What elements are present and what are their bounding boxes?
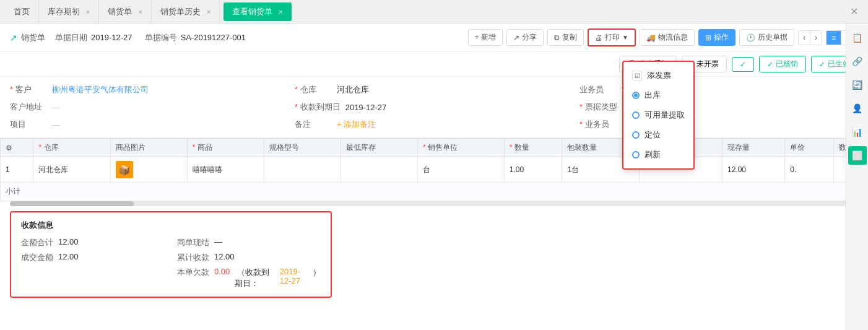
remark-add-button[interactable]: + 添加备注 [337,119,376,130]
dropdown-add-invoice[interactable]: ☑ 添发票 [623,66,693,85]
main-content: ↗ 销货单 单据日期 2019-12-27 单据编号 SA-20191227-0… [0,24,868,330]
confirm-button[interactable]: ✓ [732,57,754,72]
staff2-label: 业务员 [579,119,617,130]
radio-refresh-icon [632,151,640,158]
tab-inventory-close[interactable]: × [86,8,90,15]
transaction-amount-label: 成交金额 [21,252,53,263]
project-value: — [52,120,60,129]
row-image: 📦 [110,157,187,183]
due-note: （收款到期日： [235,267,274,289]
subtotal-row: 小计 [1,183,868,201]
view-list-button[interactable]: ≡ [827,31,841,45]
transaction-amount-value: 12.00 [58,252,79,263]
scroll-thumb[interactable] [10,201,134,206]
doc-meta: 单据日期 2019-12-27 单据编号 SA-20191227-001 [55,32,458,43]
sold-button[interactable]: ✓ 已核销 [759,56,806,72]
logistics-button[interactable]: 🚚 物流信息 [640,29,695,46]
col-min-stock: 最低库存 [341,139,418,157]
due-note-close: ） [313,267,321,289]
print-button[interactable]: 🖨 打印 ▼ [588,28,636,46]
ticket-type-field: 票据类型 不开票 [579,102,858,113]
checkbox-icon: ☑ [632,71,642,80]
radio-locate-icon [632,131,640,139]
payment-grid: 金额合计 12.00 成交金额 12.00 同单现结 — 累计收款 12.00 [21,237,321,289]
sidebar-expand-icon[interactable]: ⬜ [848,146,867,165]
cumulative-label: 累计收款 [177,252,209,263]
product-thumbnail: 📦 [116,161,133,178]
tab-history-close[interactable]: × [207,8,210,15]
customer-field: 客户 柳州粤港平安气体有限公司 [10,84,289,95]
toolbar: + 新增 ↗ 分享 ⧉ 复制 🖨 打印 ▼ 🚚 物流信息 ⊞ 操作 [468,28,858,46]
tab-view-label: 查看销货单 [232,6,272,17]
col-image: 商品图片 [110,139,187,157]
payment-title: 收款信息 [21,220,321,231]
dropdown-outbound[interactable]: 出库 [623,85,693,105]
table-header-row: ⚙ 仓库 商品图片 商品 规格型号 最低库存 销售单位 数量 包装数量 可用量 … [1,139,868,157]
customer-value[interactable]: 柳州粤港平安气体有限公司 [52,84,149,95]
sold-label: 已核销 [776,59,798,69]
sidebar-doc-icon[interactable]: 📋 [848,28,867,47]
total-amount-row: 金额合计 12.00 [21,237,165,248]
doc-number-label: 单据编号 [145,32,177,43]
logistics-label: 物流信息 [658,32,688,43]
project-field: 项目 — [10,119,289,130]
col-spec: 规格型号 [264,139,341,157]
dropdown-refresh[interactable]: 刷新 [623,145,693,165]
items-table: ⚙ 仓库 商品图片 商品 规格型号 最低库存 销售单位 数量 包装数量 可用量 … [0,138,868,201]
project-label: 项目 [10,119,47,130]
dropdown-locate[interactable]: 定位 [623,125,693,145]
radio-unselected-icon [632,111,640,119]
payment-date-value: 2019-12-27 [345,103,387,112]
copy-button[interactable]: ⧉ 复制 [547,29,584,46]
payment-date-field: 收款到期日 2019-12-27 [295,102,573,113]
outbound-label: 出库 [644,90,661,101]
sidebar-refresh-icon[interactable]: 🔄 [848,76,867,94]
col-settings[interactable]: ⚙ [1,139,33,157]
same-order-label: 同单现结 [177,237,209,248]
payment-col-right: 同单现结 — 累计收款 12.00 本单欠款 0.00 （收款到期日： 2019… [177,237,321,289]
prev-button[interactable]: ‹ [799,31,810,45]
refresh-label: 刷新 [644,149,661,160]
operate-button[interactable]: ⊞ 操作 [698,29,736,46]
tab-sales-close[interactable]: × [138,8,142,15]
table-scrollbar[interactable] [10,201,858,206]
table-row: 1 河北仓库 📦 嘻嘻嘻嘻 台 1.00 1台 12.00 0. [1,157,868,183]
history-icon: 🕐 [746,33,755,42]
tab-sales-order[interactable]: 销货单 × [99,0,151,24]
add-invoice-label: 添发票 [647,70,671,81]
total-amount-value: 12.00 [58,237,79,248]
tab-history-label: 销货单历史 [160,6,201,17]
payment-col-left: 金额合计 12.00 成交金额 12.00 [21,237,165,289]
history-button[interactable]: 🕐 历史单据 [739,29,794,46]
tab-inventory-init[interactable]: 库存期初 × [39,0,99,24]
window-close-button[interactable]: ✕ [845,3,863,20]
ticket-type-label: 票据类型 [579,102,617,113]
sidebar-right: 📋 🔗 🔄 👤 📊 ⬜ [846,24,868,330]
due-amount-value: 0.00 [214,267,230,289]
row-num: 1 [1,157,33,183]
doc-number-item: 单据编号 SA-20191227-001 [145,32,246,43]
due-date-value: 2019-12-27 [280,267,308,289]
tab-sales-history[interactable]: 销货单历史 × [152,0,220,24]
tab-inventory-label: 库存期初 [48,6,80,17]
cumulative-value: 12.00 [214,252,235,263]
payment-date-label: 收款到期日 [295,102,341,113]
tab-view-close[interactable]: × [279,8,282,15]
warehouse-value: 河北仓库 [337,84,369,95]
tab-view-sales[interactable]: 查看销货单 × [224,2,292,21]
sidebar-link-icon[interactable]: 🔗 [848,52,867,71]
sidebar-chart-icon[interactable]: 📊 [848,123,867,141]
tab-home[interactable]: 首页 [5,0,39,24]
not-open-label: 未开票 [697,59,719,69]
payment-section: 收款信息 金额合计 12.00 成交金额 12.00 同单现结 — 累计收款 [10,211,332,298]
row-current-stock: 12.00 [723,157,785,183]
staff-field: 业务员 演示账号 [579,84,858,95]
new-button[interactable]: + 新增 [468,29,503,46]
dropdown-available-qty[interactable]: 可用量提取 [623,105,693,125]
address-value: — [52,103,60,112]
share-button[interactable]: ↗ 分享 [506,29,544,46]
subtotal-label: 小计 [1,183,868,201]
next-button[interactable]: › [810,31,822,45]
tab-sales-label: 销货单 [108,6,132,17]
sidebar-user-icon[interactable]: 👤 [848,99,867,118]
